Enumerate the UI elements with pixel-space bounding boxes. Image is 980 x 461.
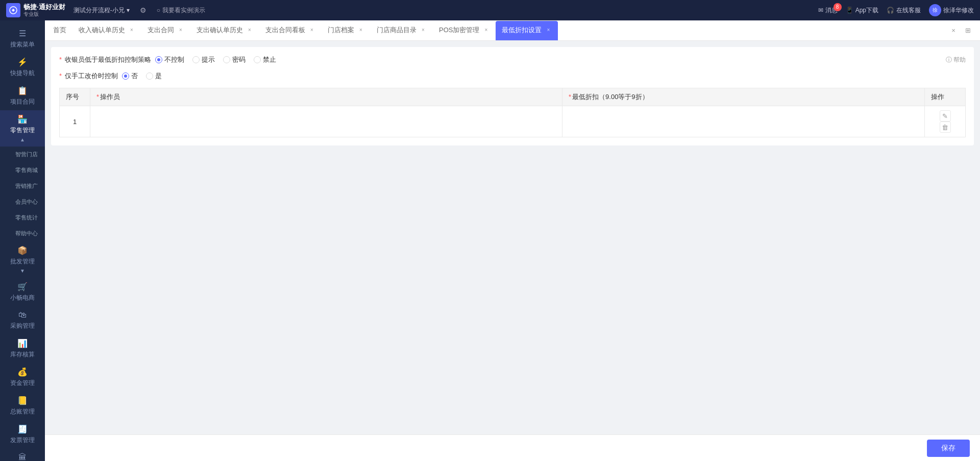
sidebar-item-ecommerce[interactable]: 🛒 小畅电商 (0, 278, 45, 306)
headset-icon: 🎧 (887, 7, 894, 14)
topbar: 畅捷·通好业财 专业版 测试分开流程-小兄 ▾ ⚙ ○ 我要看实例演示 ✉ 消息… (0, 0, 980, 20)
radio-forbid[interactable]: 禁止 (254, 55, 276, 64)
app-icon: 📱 (846, 7, 853, 14)
tab-payment-contract-board-close[interactable]: × (308, 27, 315, 34)
sidebar-item-search-menu[interactable]: ☰ 搜索菜单 (0, 25, 45, 53)
topbar-settings-button[interactable]: ⚙ (138, 4, 149, 16)
sidebar-item-retail-mall[interactable]: 零售商城 (0, 162, 45, 178)
tab-home[interactable]: 首页 (47, 21, 72, 40)
sidebar-label-retail-mgmt: 零售管理 (10, 126, 35, 135)
tab-bar: 首页 收入确认单历史 × 支出合同 × 支出确认单历史 × 支出合同看板 × 门… (45, 20, 980, 41)
tab-store-product-catalog-label: 门店商品目录 (377, 26, 416, 35)
sidebar-item-smart-store[interactable]: 智营门店 (0, 147, 45, 162)
sidebar-label-batch-mgmt: 批发管理 (10, 257, 35, 266)
tab-store-product-catalog[interactable]: 门店商品目录 × (371, 21, 433, 40)
tab-payment-contract-close[interactable]: × (177, 27, 184, 34)
save-button[interactable]: 保存 (927, 440, 970, 457)
page-content: * 收银员低于最低折扣控制策略 不控制 提示 (45, 41, 980, 434)
sidebar-item-quick-nav[interactable]: ⚡ 快捷导航 (0, 53, 45, 82)
radio-no-control[interactable]: 不控制 (155, 55, 184, 64)
sidebar-item-batch-mgmt[interactable]: 📦 批发管理 ▼ (0, 241, 45, 278)
sidebar-item-sales-promo[interactable]: 营销推广 (0, 178, 45, 194)
batch-expand-icon: ▼ (20, 268, 25, 274)
discount-strategy-radio-group: 不控制 提示 密码 禁止 (155, 55, 276, 64)
demo-link-label: 我要看实例演示 (162, 6, 205, 15)
demo-link[interactable]: ○ 我要看实例演示 (157, 6, 205, 15)
batch-mgmt-icon: 📦 (17, 246, 28, 255)
tab-min-discount-settings-close[interactable]: × (545, 27, 552, 34)
sidebar-item-retail-stats[interactable]: 零售统计 (0, 210, 45, 226)
sidebar-label-sales-promo: 营销推广 (15, 182, 38, 190)
inventory-icon: 📊 (17, 338, 28, 348)
sidebar-label-member-center: 会员中心 (15, 198, 38, 206)
th-seq: 序号 (60, 88, 90, 106)
radio-manual-yes-label: 是 (155, 71, 162, 81)
radio-forbid-circle (254, 56, 261, 63)
radio-no-control-circle (155, 56, 162, 63)
sidebar-item-fund-mgmt[interactable]: 💰 资金管理 (0, 363, 45, 392)
tab-payment-contract-label: 支出合同 (148, 26, 174, 35)
tab-payment-confirm-history-close[interactable]: × (246, 27, 253, 34)
tab-payment-contract[interactable]: 支出合同 × (141, 21, 190, 40)
project-selector[interactable]: 测试分开流程-小兄 ▾ (69, 4, 134, 17)
manual-price-control-row: * 仅手工改价时控制 否 是 (59, 71, 966, 81)
invoice-icon: 🧾 (17, 424, 28, 434)
tab-income-confirm-history-close[interactable]: × (128, 27, 135, 34)
content-area: 首页 收入确认单历史 × 支出合同 × 支出确认单历史 × 支出合同看板 × 门… (45, 20, 980, 461)
help-label: 帮助 (953, 56, 966, 64)
app-download-button[interactable]: 📱 App下载 (846, 6, 878, 15)
topbar-right: ✉ 消息 8 📱 App下载 🎧 在线客服 徐 徐泽华修改 (818, 4, 974, 16)
sidebar-label-help-center: 帮助中心 (15, 230, 38, 237)
quick-nav-icon: ⚡ (17, 57, 28, 67)
tab-close-current-button[interactable]: × (947, 25, 960, 37)
sidebar-item-purchase-mgmt[interactable]: 🛍 采购管理 (0, 306, 45, 334)
sidebar-item-inventory-calc[interactable]: 📊 库存核算 (0, 334, 45, 363)
sidebar-item-help-center[interactable]: 帮助中心 (0, 226, 45, 241)
messages-button[interactable]: ✉ 消息 8 (818, 6, 838, 15)
user-button[interactable]: 徐 徐泽华修改 (929, 4, 974, 16)
tab-expand-button[interactable]: ⊞ (962, 25, 974, 37)
table-container: 序号 *操作员 *最低折扣（9.00等于9折） 操作 (59, 88, 966, 137)
radio-manual-no[interactable]: 否 (122, 71, 138, 81)
radio-password[interactable]: 密码 (223, 55, 246, 64)
help-button[interactable]: ⓘ 帮助 (946, 56, 966, 64)
tab-store-files[interactable]: 门店档案 × (322, 21, 371, 40)
th-min-discount: *最低折扣（9.00等于9折） (562, 88, 925, 106)
sidebar-item-invoice-mgmt[interactable]: 🧾 发票管理 (0, 420, 45, 449)
sidebar-item-retail-mgmt[interactable]: 🏪 零售管理 ▲ (0, 110, 45, 147)
tab-payment-contract-board[interactable]: 支出合同看板 × (259, 21, 322, 40)
logo-area: 畅捷·通好业财 专业版 (6, 3, 65, 17)
sidebar-item-member-center[interactable]: 会员中心 (0, 194, 45, 210)
row-edit-button[interactable]: ✎ (940, 110, 951, 122)
row-delete-button[interactable]: 🗑 (940, 122, 951, 133)
user-name: 徐泽华修改 (943, 6, 974, 15)
cell-operator-1 (90, 106, 562, 137)
project-contract-icon: 📋 (17, 86, 28, 95)
discount-strategy-label: * 收银员低于最低折扣控制策略 (59, 55, 151, 64)
message-icon: ✉ (818, 7, 823, 14)
tab-store-product-catalog-close[interactable]: × (420, 27, 427, 34)
sidebar-item-tax-mgmt[interactable]: 🏛 税务管理 (0, 449, 45, 461)
radio-remind[interactable]: 提示 (192, 55, 215, 64)
tab-income-confirm-history[interactable]: 收入确认单历史 × (72, 21, 141, 40)
online-service-button[interactable]: 🎧 在线客服 (887, 6, 921, 15)
tab-pos-password-mgmt-close[interactable]: × (482, 27, 489, 34)
cell-discount-1 (562, 106, 925, 137)
tab-payment-confirm-history[interactable]: 支出确认单历史 × (190, 21, 259, 40)
tab-income-confirm-history-label: 收入确认单历史 (79, 26, 125, 35)
radio-manual-yes[interactable]: 是 (146, 71, 162, 81)
tab-store-files-close[interactable]: × (357, 27, 364, 34)
tab-pos-password-mgmt[interactable]: POS加密管理 × (433, 21, 496, 40)
bottom-bar: 保存 (45, 434, 980, 461)
retail-expand-icon: ▲ (20, 137, 25, 142)
sidebar-label-fund-mgmt: 资金管理 (10, 379, 35, 387)
sidebar-item-project-contract[interactable]: 📋 项目合同 (0, 82, 45, 110)
th-operator: *操作员 (90, 88, 562, 106)
sidebar-label-ledger-mgmt: 总账管理 (10, 407, 35, 416)
logo-main: 畅捷·通好业财 (23, 3, 65, 11)
manual-price-control-label: * 仅手工改价时控制 (59, 71, 118, 81)
sidebar-item-ledger-mgmt[interactable]: 📒 总账管理 (0, 392, 45, 420)
sidebar-label-quick-nav: 快捷导航 (10, 69, 35, 78)
tab-min-discount-settings[interactable]: 最低折扣设置 × (496, 21, 558, 40)
logo-text: 畅捷·通好业财 专业版 (23, 3, 65, 17)
